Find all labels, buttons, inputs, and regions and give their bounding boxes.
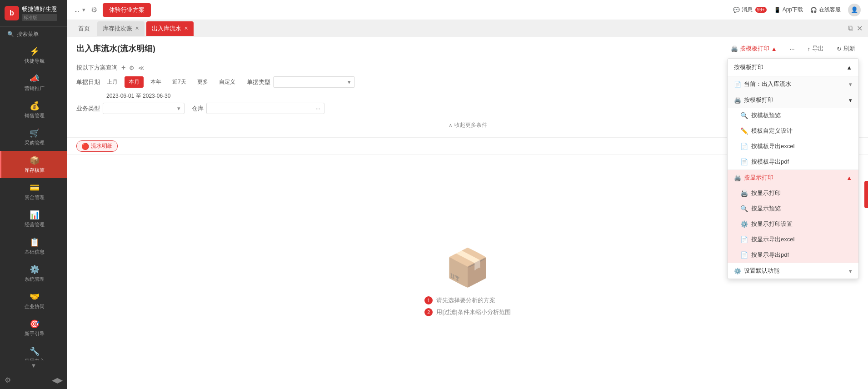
display-print-item[interactable]: 🖨️ 按显示打印 (728, 185, 858, 201)
dropdown-footer[interactable]: ⚙️ 设置默认功能 ▾ (728, 263, 858, 279)
date-filter-item: 单据日期 上月 本月 本年 近7天 更多 自定义 (76, 76, 239, 88)
sidebar-collapse-icon[interactable]: ◀▶ (52, 376, 63, 384)
print-template-button[interactable]: 🖨️ 按模板打印 ▲ (727, 43, 781, 55)
message-button[interactable]: 💬 消息 99+ (733, 6, 767, 14)
display-print-header[interactable]: 🖨️ 按显示打印 ▲ (728, 170, 858, 185)
basic-icon: 📋 (30, 237, 40, 247)
tab-home[interactable]: 首页 (73, 21, 95, 36)
filter-tag-item[interactable]: 🔴 流水明细 (76, 140, 118, 152)
display-settings-item[interactable]: ⚙️ 按显示打印设置 (728, 216, 858, 232)
biz-type-select[interactable]: ▾ (103, 103, 185, 114)
company-name: 畅捷通好生意 标准版 (22, 5, 57, 21)
display-preview-icon: 🔍 (740, 205, 748, 212)
template-pdf-icon: 📄 (740, 158, 748, 165)
app-logo-icon: b (5, 6, 19, 20)
date-btn-more[interactable]: 更多 (193, 76, 212, 88)
export-button[interactable]: ↑ 导出 (804, 43, 828, 55)
date-btn-this-month[interactable]: 本月 (125, 76, 144, 88)
chevron-down-icon: ▼ (31, 362, 37, 369)
sidebar-item-collab[interactable]: 🤝 企业协同 (0, 287, 67, 314)
warehouse-arrow: ··· (315, 105, 320, 112)
display-print-header-inner: 🖨️ 按显示打印 (734, 174, 773, 182)
window-controls: ⧉ ✕ (848, 24, 863, 33)
template-excel-item[interactable]: 📄 按模板导出excel (728, 139, 858, 154)
header-right: 💬 消息 99+ 📱 App下载 🎧 在线客服 👤 (733, 4, 861, 16)
sidebar-item-marketing[interactable]: 📣 营销推广 (0, 69, 67, 96)
filter-collapse-button[interactable]: ≪ (138, 65, 145, 71)
filter-settings-button[interactable]: ⚙ (129, 65, 135, 71)
date-btn-custom[interactable]: 自定义 (215, 76, 239, 88)
date-filter: 上月 本月 本年 近7天 更多 自定义 (103, 76, 239, 88)
empty-step-2: 2 用[过滤]条件来缩小分析范围 (424, 308, 510, 316)
template-section-arrow: ▾ (849, 97, 852, 104)
warehouse-select[interactable]: ··· (206, 103, 324, 114)
sidebar-item-guide[interactable]: 🎯 新手引导 (0, 314, 67, 342)
window-close-icon[interactable]: ✕ (857, 24, 863, 33)
tab-flow[interactable]: 出入库流水 ✕ (146, 21, 194, 36)
biz-type-filter-item: 业务类型 ▾ (76, 103, 185, 114)
current-selection-inner: 📄 当前：出入库流水 (734, 80, 791, 88)
template-print-header[interactable]: 🖨️ 按模板打印 ▾ (728, 92, 858, 108)
sidebar-scroll-down[interactable]: ▼ (0, 360, 67, 371)
display-preview-item[interactable]: 🔍 按显示预览 (728, 201, 858, 216)
filter-add-button[interactable]: + (121, 64, 125, 72)
trial-button[interactable]: 体验行业方案 (103, 3, 151, 17)
doc-type-label: 单据类型 (247, 78, 270, 86)
tab-batch-account[interactable]: 库存批次账 ✕ (97, 21, 145, 36)
quick-nav-icon: ⚡ (30, 46, 40, 56)
app-download-button[interactable]: 📱 App下载 (774, 6, 803, 14)
tab-flow-close[interactable]: ✕ (184, 25, 188, 31)
page-header: 出入库流水(流水明细) 🖨️ 按模板打印 ▲ ··· ↑ 导出 (67, 37, 868, 58)
sidebar-item-purchase[interactable]: 🛒 采购管理 (0, 124, 67, 151)
collab-icon: 🤝 (30, 292, 40, 302)
right-edge-handle[interactable] (864, 181, 868, 208)
chevron-up-icon: ∧ (449, 122, 453, 129)
sidebar-item-operation[interactable]: 📊 经营管理 (0, 205, 67, 233)
sidebar-item-quick-nav[interactable]: ⚡ 快捷导航 (0, 42, 67, 69)
customer-service-button[interactable]: 🎧 在线客服 (810, 6, 841, 14)
template-print-section: 🖨️ 按模板打印 ▾ 🔍 按模板预览 ✏️ 模 (728, 92, 858, 170)
template-excel-icon: 📄 (740, 143, 748, 150)
sidebar-item-app-center[interactable]: 🔧 应用中心 (0, 342, 67, 360)
search-menu[interactable]: 🔍 搜索菜单 (0, 27, 67, 42)
doc-type-select[interactable]: ▾ (273, 76, 355, 88)
header-settings-icon[interactable]: ⚙ (91, 5, 97, 14)
app-center-icon: 🔧 (30, 346, 40, 356)
inventory-icon: 📦 (30, 155, 40, 165)
step-2-num: 2 (424, 308, 433, 316)
date-btn-this-year[interactable]: 本年 (146, 76, 165, 88)
print-icon: 🖨️ (731, 45, 738, 52)
display-excel-item[interactable]: 📄 按显示导出excel (728, 232, 858, 247)
sidebar-item-system[interactable]: ⚙️ 系统管理 (0, 260, 67, 287)
page-container: 出入库流水(流水明细) 🖨️ 按模板打印 ▲ ··· ↑ 导出 (67, 37, 868, 389)
sidebar-item-basic[interactable]: 📋 基础信息 (0, 233, 67, 260)
sidebar-item-inventory[interactable]: 📦 库存核算 (0, 151, 67, 178)
doc-type-filter-item: 单据类型 ▾ (247, 76, 355, 88)
system-icon: ⚙️ (30, 264, 40, 274)
display-section-arrow: ▲ (846, 175, 852, 181)
template-pdf-item[interactable]: 📄 按模板导出pdf (728, 154, 858, 170)
export-icon: ↑ (808, 45, 811, 52)
current-expand-icon[interactable]: ▾ (849, 81, 852, 88)
sidebar-item-finance[interactable]: 💳 资金管理 (0, 178, 67, 205)
sidebar-settings-icon[interactable]: ⚙ (5, 376, 11, 384)
date-btn-last-month[interactable]: 上月 (103, 76, 122, 88)
tab-batch-account-close[interactable]: ✕ (135, 25, 139, 31)
template-preview-item[interactable]: 🔍 按模板预览 (728, 108, 858, 123)
settings-default-icon: ⚙️ (734, 268, 741, 274)
more-options-button[interactable]: ··· (786, 44, 798, 54)
biz-type-arrow: ▾ (177, 105, 180, 112)
sidebar-item-sales[interactable]: 💰 销售管理 (0, 96, 67, 124)
window-restore-icon[interactable]: ⧉ (848, 24, 853, 33)
refresh-button[interactable]: ↻ 刷新 (833, 43, 859, 55)
avatar[interactable]: 👤 (848, 4, 861, 16)
page-title: 出入库流水(流水明细) (76, 43, 155, 54)
dropdown-collapse-icon[interactable]: ▲ (846, 64, 852, 71)
display-print-section: 🖨️ 按显示打印 ▲ 🖨️ 按显示打印 🔍 (728, 170, 858, 263)
message-icon: 💬 (733, 7, 740, 13)
display-pdf-item[interactable]: 📄 按显示导出pdf (728, 247, 858, 263)
date-btn-7days[interactable]: 近7天 (168, 76, 190, 88)
template-custom-item[interactable]: ✏️ 模板自定义设计 (728, 123, 858, 139)
user-dropdown-arrow[interactable]: ▾ (82, 6, 85, 13)
logo-text-block: 畅捷通好生意 标准版 (22, 5, 57, 21)
